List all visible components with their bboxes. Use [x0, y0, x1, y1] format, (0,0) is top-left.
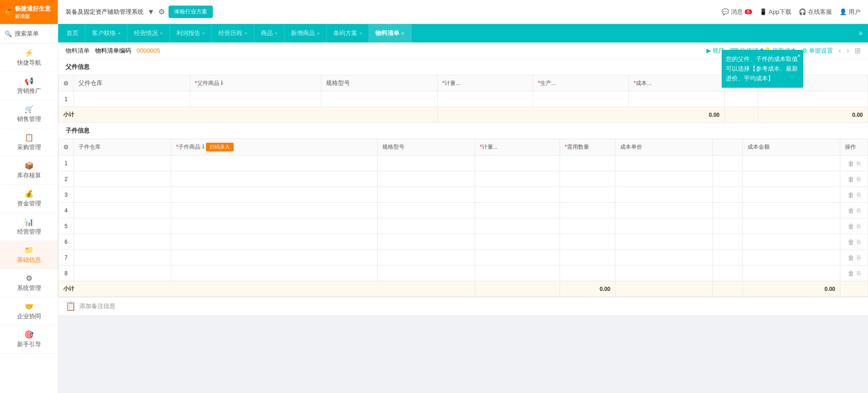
child-cell-product-5[interactable] [171, 218, 377, 234]
tab-home[interactable]: 首页 [60, 24, 85, 42]
child-cell-warehouse-7[interactable] [74, 250, 171, 266]
tab-bom[interactable]: 物料清单 × [369, 24, 411, 42]
child-cell-warehouse-8[interactable] [74, 266, 171, 281]
child-cell-unit-cost-3[interactable] [615, 187, 712, 203]
tab-customer[interactable]: 客户联络 × [85, 24, 127, 42]
layout-grid-icon[interactable]: ⊞ [855, 46, 861, 55]
child-cell-unit-4[interactable] [475, 203, 560, 218]
nav-next-icon[interactable]: › [847, 47, 849, 55]
child-cell-spec-6[interactable] [377, 234, 475, 250]
copy-icon-1[interactable]: ⎘ [857, 160, 861, 167]
parent-cell-product[interactable] [190, 91, 321, 107]
child-cell-unit-8[interactable] [475, 266, 560, 281]
child-cell-warehouse-3[interactable] [74, 187, 171, 203]
child-cell-unit-1[interactable] [475, 156, 560, 171]
parent-cell-warehouse[interactable] [74, 91, 190, 107]
child-cell-unit-cost-8[interactable] [615, 266, 712, 281]
child-cell-unit-cost-6[interactable] [615, 234, 712, 250]
child-cell-qty-7[interactable] [560, 250, 615, 266]
search-menu-button[interactable]: 🔍 搜索菜单 [5, 28, 53, 40]
child-cell-unit-5[interactable] [475, 218, 560, 234]
child-cell-unit-cost-1[interactable] [615, 156, 712, 171]
tab-new-goods-close[interactable]: × [317, 30, 319, 36]
nav-prev-icon[interactable]: ‹ [838, 47, 841, 55]
copy-icon-4[interactable]: ⎘ [857, 207, 861, 214]
child-cell-qty-1[interactable] [560, 156, 615, 171]
tab-barcode[interactable]: 条码方案 × [327, 24, 369, 42]
trial-button[interactable]: 体验行业方案 [169, 6, 213, 18]
tab-history[interactable]: 经营历程 × [212, 24, 254, 42]
tab-profit[interactable]: 利润报告 × [170, 24, 212, 42]
child-cell-warehouse-2[interactable] [74, 171, 171, 187]
copy-icon-3[interactable]: ⎘ [857, 191, 861, 199]
delete-icon-8[interactable]: 🗑 [848, 270, 854, 277]
child-cell-spec-5[interactable] [377, 218, 475, 234]
child-cell-spec-8[interactable] [377, 266, 475, 281]
tab-operations[interactable]: 经营情况 × [127, 24, 169, 42]
sidebar-item-marketing[interactable]: 📢 营销推广 [0, 72, 58, 100]
sidebar-item-quick-nav[interactable]: ⚡ 快捷导航 [0, 44, 58, 72]
single-settings-button[interactable]: ⚙ 单据设置 [802, 47, 833, 55]
child-cell-unit-cost-4[interactable] [615, 203, 712, 218]
child-cell-warehouse-4[interactable] [74, 203, 171, 218]
online-service-button[interactable]: 🎧 在线客服 [799, 8, 832, 16]
child-cell-product-3[interactable] [171, 187, 377, 203]
child-cell-unit-cost-7[interactable] [615, 250, 712, 266]
user-avatar[interactable]: 👤 用户 [839, 8, 861, 16]
child-cell-unit-3[interactable] [475, 187, 560, 203]
tooltip-close-button[interactable]: × [797, 52, 801, 60]
sidebar-item-system[interactable]: ⚙ 系统管理 [0, 269, 58, 297]
parent-cell-spec[interactable] [321, 91, 438, 107]
child-cell-spec-4[interactable] [377, 203, 475, 218]
sidebar-item-sales[interactable]: 🛒 销售管理 [0, 100, 58, 128]
child-cell-qty-5[interactable] [560, 218, 615, 234]
child-cell-unit-2[interactable] [475, 171, 560, 187]
child-cell-product-4[interactable] [171, 203, 377, 218]
delete-icon-1[interactable]: 🗑 [848, 160, 854, 167]
child-cell-warehouse-5[interactable] [74, 218, 171, 234]
tab-goods[interactable]: 商品 × [254, 24, 284, 42]
scan-input-button[interactable]: 扫码录入 [206, 143, 234, 151]
sidebar-item-operations[interactable]: 📊 经营管理 [0, 213, 58, 241]
tab-new-goods[interactable]: 新增商品 × [284, 24, 326, 42]
parent-gear-icon[interactable]: ⚙ [63, 80, 69, 87]
child-cell-unit-cost-2[interactable] [615, 171, 712, 187]
parent-cell-unit[interactable] [437, 91, 533, 107]
child-cell-product-2[interactable] [171, 171, 377, 187]
child-cell-warehouse-6[interactable] [74, 234, 171, 250]
child-cell-product-6[interactable] [171, 234, 377, 250]
parent-cell-cost[interactable] [629, 91, 724, 107]
tab-goods-close[interactable]: × [275, 30, 277, 36]
tab-bom-close[interactable]: × [401, 30, 404, 36]
delete-icon-7[interactable]: 🗑 [848, 254, 854, 261]
app-download-button[interactable]: 📱 App下载 [760, 8, 791, 16]
child-cell-warehouse-1[interactable] [74, 156, 171, 171]
child-cell-spec-3[interactable] [377, 187, 475, 203]
child-cell-unit-cost-5[interactable] [615, 218, 712, 234]
parent-cell-production[interactable] [533, 91, 629, 107]
child-cell-product-8[interactable] [171, 266, 377, 281]
delete-icon-5[interactable]: 🗑 [848, 223, 854, 230]
copy-icon-6[interactable]: ⎘ [857, 238, 861, 246]
delete-icon-6[interactable]: 🗑 [848, 238, 854, 246]
tab-barcode-close[interactable]: × [359, 30, 362, 36]
sidebar-search-area[interactable]: 🔍 搜索菜单 [0, 24, 58, 44]
sidebar-item-basic-info[interactable]: 📁 基础信息 [0, 241, 58, 269]
settings-gear-icon[interactable]: ⚙ [158, 7, 165, 16]
copy-icon-5[interactable]: ⎘ [857, 223, 861, 230]
child-cell-spec-7[interactable] [377, 250, 475, 266]
sidebar-item-finance[interactable]: 💰 资金管理 [0, 185, 58, 213]
delete-icon-4[interactable]: 🗑 [848, 207, 854, 214]
delete-icon-2[interactable]: 🗑 [848, 175, 854, 183]
child-cell-qty-8[interactable] [560, 266, 615, 281]
sidebar-item-enterprise[interactable]: 🤝 企业协同 [0, 297, 58, 326]
tab-operations-close[interactable]: × [160, 30, 163, 36]
sidebar-item-guide[interactable]: 🎯 新手引导 [0, 326, 58, 354]
tab-history-close[interactable]: × [244, 30, 247, 36]
child-cell-qty-2[interactable] [560, 171, 615, 187]
sidebar-item-purchase[interactable]: 📋 采购管理 [0, 128, 58, 157]
child-cell-product-7[interactable] [171, 250, 377, 266]
sidebar-item-inventory[interactable]: 📦 库存核算 [0, 157, 58, 185]
child-cell-spec-2[interactable] [377, 171, 475, 187]
copy-icon-2[interactable]: ⎘ [857, 175, 861, 183]
